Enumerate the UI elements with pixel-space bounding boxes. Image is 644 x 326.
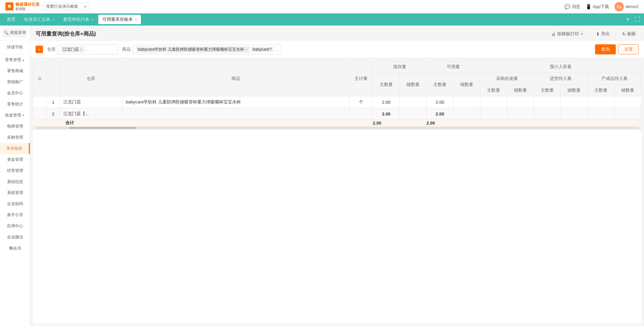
tab-order-stats[interactable]: 要货单统计表 × xyxy=(59,15,97,24)
logo-area: 畅 畅捷通好生意 标准版 xyxy=(5,2,40,11)
warehouse-tag-close[interactable]: × xyxy=(80,48,82,51)
filter-expand-button[interactable]: » xyxy=(36,46,43,53)
tab-close-all-button[interactable]: × xyxy=(625,16,631,23)
export-label: 导出 xyxy=(601,31,610,37)
scroll-thumb[interactable] xyxy=(69,127,136,129)
product-more[interactable]: ... xyxy=(275,47,278,52)
tab-home[interactable]: 首页 xyxy=(3,15,19,24)
divider-1 xyxy=(590,31,590,37)
refresh-label: 刷新 xyxy=(627,31,636,37)
table-settings-icon[interactable]: ⚙ xyxy=(38,76,42,81)
print-dropdown-icon: ▼ xyxy=(580,32,584,36)
marketing-label: 营销推广 xyxy=(7,79,23,85)
row-0-available-main: 2.00 xyxy=(427,96,453,108)
tab-receipt-summary[interactable]: 收发存汇总表 × xyxy=(20,15,58,24)
expand-icon: » xyxy=(38,47,41,52)
total-product-main xyxy=(588,120,614,126)
sidebar-item-retail-mgmt[interactable]: 零售管理 ▲ xyxy=(0,54,30,65)
total-current-main: 2.00 xyxy=(373,120,400,126)
sidebar-item-retail-stats[interactable]: 零售统计 xyxy=(0,99,30,110)
app-download-button[interactable]: 📱 App下载 xyxy=(586,4,609,10)
row-1-index: 2 xyxy=(47,108,60,120)
sidebar-item-ecommerce-mgmt[interactable]: 电商管理 xyxy=(0,121,30,132)
sidebar-item-vip-member[interactable]: 畅会员 xyxy=(0,243,30,254)
tab-bar-right: × ⛶ xyxy=(625,16,641,23)
tab-receipt-summary-close[interactable]: × xyxy=(52,17,54,21)
product-tag-text-1: babycare? xyxy=(253,47,272,52)
sidebar-item-member-center[interactable]: 会员中心 xyxy=(0,88,30,99)
col-product-header: 商品 xyxy=(122,61,349,96)
app-center-label: 应用中心 xyxy=(7,223,23,229)
sidebar-item-basic-info[interactable]: 基础信息 xyxy=(0,176,30,187)
app-subtitle: 标准版 xyxy=(15,7,40,11)
sidebar-item-retail-mall[interactable]: 零售商城 xyxy=(0,65,30,77)
row-0-current-main: 2.00 xyxy=(373,96,400,108)
col-warehouse-header: 仓库 xyxy=(60,61,122,96)
operation-mgmt-label: 经营管理 xyxy=(7,168,23,174)
col-available-qty-header: 可用量 xyxy=(427,61,480,73)
col-available-main-header: 主数量 xyxy=(427,73,453,96)
warehouse-filter-label: 仓库 xyxy=(47,46,56,52)
tab-available-stock-close[interactable]: × xyxy=(135,17,137,21)
tab-order-stats-close[interactable]: × xyxy=(91,17,93,21)
sidebar-item-system-mgmt[interactable]: 系统管理 xyxy=(0,187,30,198)
warehouse-more[interactable]: ... xyxy=(86,47,89,52)
total-purchase-aux xyxy=(507,120,534,126)
sidebar-item-new-guide[interactable]: 新手引导 xyxy=(0,209,30,221)
tab-available-stock[interactable]: 可用量库存账本 × xyxy=(98,15,141,24)
sidebar-item-quick-nav[interactable]: 快捷导航 xyxy=(0,42,30,52)
export-button[interactable]: ⬆ 导出 xyxy=(593,30,612,38)
enterprise-collab-label: 企业协同 xyxy=(7,201,23,207)
tab-fullscreen-button[interactable]: ⛶ xyxy=(633,16,641,23)
warehouse-input[interactable]: 江北门店 × ... xyxy=(58,45,118,54)
sidebar-item-enterprise-wechat[interactable]: 企业微信 xyxy=(0,232,30,243)
top-bar-right: 💬 消息 📱 App下载 Ea demo2 xyxy=(565,2,639,11)
row-1-warehouse: 江北门店【... xyxy=(60,108,122,120)
sidebar-item-app-center[interactable]: 应用中心 xyxy=(0,221,30,232)
col-settings-header: ⚙ xyxy=(33,61,47,96)
sidebar-item-enterprise-collab[interactable]: 企业协同 xyxy=(0,198,30,209)
table-row: 1 江北门店 babycare学饮杯 儿童防摔防撞吸管杯重力球吸嘴杯宝宝水杯 个… xyxy=(33,96,641,108)
dropdown-icon: ▼ xyxy=(84,5,87,8)
product-tag-0-close[interactable]: × xyxy=(246,48,248,51)
wholesale-mgmt-label: 批发管理 xyxy=(5,112,21,118)
col-product-pending-main: 主数量 xyxy=(588,85,614,96)
settings-button[interactable]: 设置 xyxy=(619,44,639,54)
org-selector[interactable]: 母婴行业演示账套 ▼ xyxy=(43,3,90,10)
row-1-product-main xyxy=(588,108,614,120)
sidebar-item-marketing[interactable]: 营销推广 xyxy=(0,77,30,88)
app-name: 畅捷通好生意 xyxy=(15,2,40,7)
message-label: 消息 xyxy=(572,4,580,10)
member-center-label: 会员中心 xyxy=(7,90,23,96)
row-0-product: babycare学饮杯 儿童防摔防撞吸管杯重力球吸嘴杯宝宝水杯 xyxy=(122,96,349,108)
product-filter-label: 商品 xyxy=(122,46,131,52)
quick-nav-area: 快捷导航 xyxy=(0,40,30,54)
message-icon: 💬 xyxy=(565,4,570,9)
total-row: 合计 2.00 2.00 xyxy=(33,120,641,126)
total-available-aux xyxy=(453,120,480,126)
total-product-aux xyxy=(614,120,641,126)
search-icon: 🔍 xyxy=(4,31,9,35)
horizontal-scrollbar[interactable] xyxy=(33,126,641,130)
total-goods-main xyxy=(534,120,561,126)
retail-mgmt-arrow: ▲ xyxy=(22,58,25,62)
total-available-main: 2.00 xyxy=(427,120,453,126)
sidebar-item-wholesale-mgmt[interactable]: 批发管理 ▼ xyxy=(0,110,30,121)
template-print-button[interactable]: 🖨 按模板打印 ▼ xyxy=(549,30,586,38)
tab-order-stats-label: 要货单统计表 xyxy=(63,16,89,22)
sidebar-item-operation-mgmt[interactable]: 经营管理 xyxy=(0,165,30,176)
col-goods-pending-aux: 辅数量 xyxy=(561,85,588,96)
sidebar-item-inventory-check[interactable]: 库存核算 xyxy=(0,143,30,154)
sidebar-item-purchase-mgmt[interactable]: 采购管理 xyxy=(0,132,30,143)
row-1-goods-aux xyxy=(561,108,588,120)
message-button[interactable]: 💬 消息 xyxy=(565,4,580,10)
row-0-unit: 个 xyxy=(350,96,373,108)
product-input[interactable]: babycare学饮杯 儿童防摔防撞吸管杯重力球吸嘴杯宝宝水杯 × babyca… xyxy=(133,45,281,54)
query-button[interactable]: 查询 xyxy=(595,44,616,54)
row-0-product-aux xyxy=(614,96,641,108)
user-menu[interactable]: Ea demo2 xyxy=(614,2,639,11)
download-label: App下载 xyxy=(593,4,609,10)
sidebar-item-finance-mgmt[interactable]: 资金管理 xyxy=(0,154,30,165)
search-menu-button[interactable]: 🔍 搜索菜单 xyxy=(3,28,27,37)
refresh-button[interactable]: ↻ 刷新 xyxy=(620,30,639,38)
